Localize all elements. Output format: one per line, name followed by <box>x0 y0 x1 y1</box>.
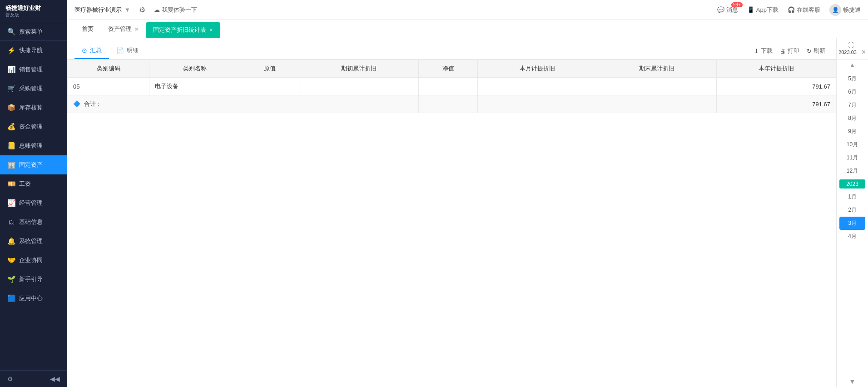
sub-tabs: ⊙ 汇总 📄 明细 ⬇ 下载 🖨 打印 <box>67 38 836 60</box>
close-icon[interactable]: ✕ <box>861 49 866 55</box>
col-header-code: 类别编码 <box>68 60 149 78</box>
sidebar-item-enterprise[interactable]: 🤝 企业协同 <box>0 251 67 270</box>
operations-icon: 📈 <box>7 199 15 207</box>
service-icon: 🎧 <box>788 6 795 13</box>
topbar: 医疗器械行业演示 ▼ ⚙ ☁ 我要体验一下 💬 消息 99+ 📱 App下载 🎧… <box>67 0 868 20</box>
col-header-annual: 本年计提折旧 <box>717 60 836 78</box>
summary-tab-icon: ⊙ <box>82 47 87 54</box>
dropdown-icon: ▼ <box>124 6 130 13</box>
month-9[interactable]: 9月 <box>837 125 868 138</box>
download-label: App下载 <box>756 6 779 14</box>
enterprise-icon: 🤝 <box>7 256 15 264</box>
month-11[interactable]: 11月 <box>837 151 868 164</box>
month-1[interactable]: 1月 <box>837 190 868 203</box>
tab-depreciation-close[interactable]: ✕ <box>209 27 213 33</box>
sidebar-item-purchase[interactable]: 🛒 采购管理 <box>0 79 67 98</box>
col-header-original: 原值 <box>240 60 299 78</box>
sidebar-item-label: 固定资产 <box>19 161 43 169</box>
sidebar-item-label: 资金管理 <box>19 123 43 131</box>
company-selector[interactable]: 医疗器械行业演示 ▼ <box>74 6 130 14</box>
nav-up-arrow[interactable]: ▲ <box>837 60 868 70</box>
data-table: 类别编码 类别名称 原值 期初累计折旧 净值 本月计提折旧 期末累计折旧 本年计… <box>67 60 836 113</box>
main-area: 医疗器械行业演示 ▼ ⚙ ☁ 我要体验一下 💬 消息 99+ 📱 App下载 🎧… <box>67 0 868 387</box>
month-10[interactable]: 10月 <box>837 138 868 151</box>
right-panel: ⛶ 2023.03 ✕ ▲ 5月 6月 7月 8月 9月 10月 11月 12月… <box>836 38 868 387</box>
sidebar-item-sales[interactable]: 📊 销售管理 <box>0 60 67 79</box>
month-4[interactable]: 4月 <box>837 230 868 243</box>
sidebar-item-inventory[interactable]: 📦 库存核算 <box>0 98 67 117</box>
summary-net <box>419 95 478 113</box>
sidebar-settings-icon[interactable]: ⚙ <box>7 375 13 382</box>
app-edition: 普及版 <box>5 12 41 18</box>
summary-icon: 🔷 <box>73 100 80 107</box>
sidebar-item-quick-nav[interactable]: ⚡ 快捷导航 <box>0 41 67 60</box>
settings-button[interactable]: ⚙ <box>136 4 149 16</box>
summary-row: 🔷 合计： 791.67 <box>68 95 836 113</box>
sidebar-collapse-icon[interactable]: ◀◀ <box>50 375 60 382</box>
refresh-button[interactable]: ↻ 刷新 <box>807 47 825 55</box>
right-panel-months: 5月 6月 7月 8月 9月 10月 11月 12月 2023 1月 2月 3月… <box>837 70 868 376</box>
sidebar-item-guide[interactable]: 🌱 新手引导 <box>0 270 67 289</box>
sidebar-item-label: 采购管理 <box>19 84 43 93</box>
sidebar-item-label: 系统管理 <box>19 237 43 245</box>
current-date: 2023.03 <box>838 50 857 55</box>
sidebar-item-label: 基础信息 <box>19 218 43 226</box>
sidebar-item-salary[interactable]: 💴 工资 <box>0 174 67 194</box>
summary-annual: 791.67 <box>717 95 836 113</box>
service-button[interactable]: 🎧 在线客服 <box>788 6 820 14</box>
cell-code: 05 <box>68 78 149 95</box>
tab-asset-mgmt[interactable]: 资产管理 ✕ <box>101 21 146 38</box>
user-button[interactable]: 👤 畅捷通 <box>829 4 861 16</box>
message-button[interactable]: 💬 消息 99+ <box>717 6 738 14</box>
sidebar-item-fixed-assets[interactable]: 🏢 固定资产 <box>0 155 67 174</box>
sidebar-item-search[interactable]: 🔍 搜索菜单 <box>0 23 67 41</box>
sidebar-item-ledger[interactable]: 📒 总账管理 <box>0 136 67 155</box>
detail-tab-label: 明细 <box>127 46 139 55</box>
summary-label: 🔷 合计： <box>68 95 240 113</box>
month-7[interactable]: 7月 <box>837 99 868 112</box>
sub-tab-detail[interactable]: 📄 明细 <box>109 43 146 59</box>
ledger-icon: 📒 <box>7 142 15 150</box>
sidebar-item-funds[interactable]: 💰 资金管理 <box>0 117 67 136</box>
system-icon: 🔔 <box>7 237 15 245</box>
sidebar-item-label: 快捷导航 <box>19 46 43 55</box>
experience-button[interactable]: ☁ 我要体验一下 <box>154 6 197 14</box>
month-12[interactable]: 12月 <box>837 164 868 178</box>
expand-icon[interactable]: ⛶ <box>848 42 854 49</box>
tab-asset-mgmt-close[interactable]: ✕ <box>134 26 139 32</box>
sales-icon: 📊 <box>7 65 15 74</box>
tab-depreciation-table[interactable]: 固定资产折旧统计表 ✕ <box>146 22 220 38</box>
month-6[interactable]: 6月 <box>837 85 868 99</box>
sidebar-item-label: 企业协同 <box>19 256 43 264</box>
sidebar-item-label: 库存核算 <box>19 104 43 112</box>
col-header-net: 净值 <box>419 60 478 78</box>
sidebar-search-label: 搜索菜单 <box>19 28 43 36</box>
message-icon: 💬 <box>717 6 724 13</box>
month-3-current[interactable]: 3月 <box>839 217 865 230</box>
sidebar-item-system[interactable]: 🔔 系统管理 <box>0 232 67 251</box>
month-8[interactable]: 8月 <box>837 112 868 125</box>
download-label: 下载 <box>761 47 773 55</box>
refresh-label: 刷新 <box>813 47 825 55</box>
user-label: 畅捷通 <box>843 6 861 14</box>
settings-icon: ⚙ <box>139 5 145 14</box>
summary-monthly <box>478 95 597 113</box>
inventory-icon: 📦 <box>7 104 15 112</box>
cell-net <box>419 78 478 95</box>
download-button[interactable]: ⬇ 下载 <box>754 47 773 55</box>
sidebar-item-basic-info[interactable]: 🗂 基础信息 <box>0 213 67 232</box>
tabs-bar: 首页 资产管理 ✕ 固定资产折旧统计表 ✕ <box>67 20 868 38</box>
print-button[interactable]: 🖨 打印 <box>780 47 799 55</box>
month-2[interactable]: 2月 <box>837 203 868 217</box>
sidebar-item-operations[interactable]: 📈 经营管理 <box>0 194 67 213</box>
tab-home[interactable]: 首页 <box>74 21 101 38</box>
summary-tab-label: 汇总 <box>90 46 102 55</box>
table-row[interactable]: 05 电子设备 791.67 <box>68 78 836 95</box>
nav-down-arrow[interactable]: ▼ <box>837 376 868 387</box>
month-5[interactable]: 5月 <box>837 72 868 85</box>
sub-tab-summary[interactable]: ⊙ 汇总 <box>74 43 109 59</box>
sidebar-bottom: ⚙ ◀◀ <box>0 370 67 387</box>
sidebar-item-label: 新手引导 <box>19 275 43 283</box>
download-button[interactable]: 📱 App下载 <box>747 6 779 14</box>
sidebar-item-app-center[interactable]: 🟦 应用中心 <box>0 289 67 308</box>
